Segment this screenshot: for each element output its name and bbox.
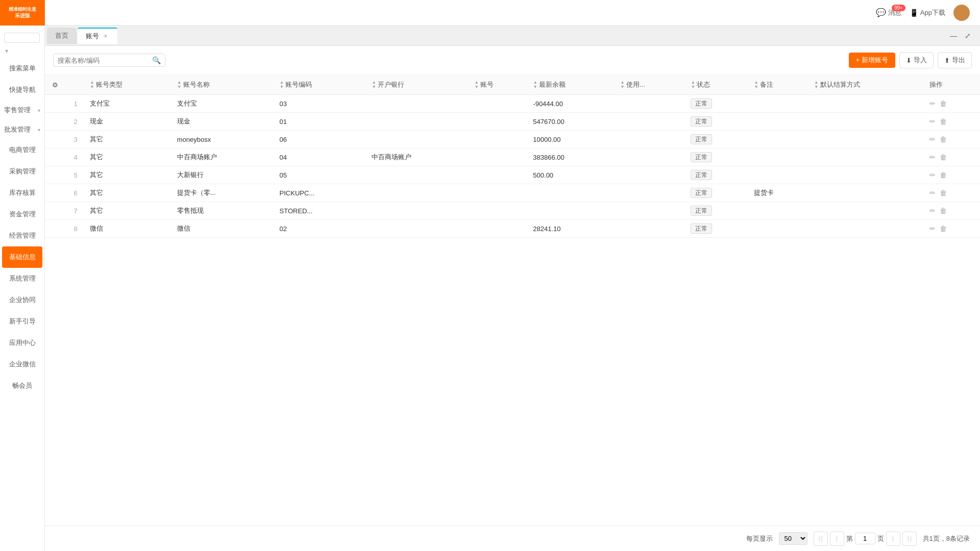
tab-minimize-button[interactable]: — (947, 30, 960, 42)
per-page-label: 每页显示 (746, 534, 773, 543)
col-bank[interactable]: ▲▼ 开户银行 (368, 75, 470, 95)
row-usage (616, 202, 687, 220)
topbar-messages[interactable]: 💬 消息 99+ (876, 8, 901, 17)
row-type: 其它 (86, 166, 173, 184)
row-actions: ✏ 🗑 (925, 148, 980, 166)
edit-icon[interactable]: ✏ (929, 135, 936, 143)
row-num: 6 (65, 184, 86, 202)
sidebar-item-retail[interactable]: 零售管理 ▾ (0, 101, 44, 120)
col-balance[interactable]: ▲▼ 最新余额 (529, 75, 616, 95)
row-account (470, 148, 529, 166)
row-usage (616, 166, 687, 184)
row-default-settle (810, 202, 925, 220)
sidebar-item-corp-wechat[interactable]: 企业微信 (0, 354, 44, 375)
sidebar-item-label: 资金管理 (9, 210, 36, 219)
search-box[interactable]: 🔍 (53, 54, 165, 67)
search-input[interactable] (58, 57, 149, 64)
row-status: 正常 (687, 95, 750, 113)
edit-icon[interactable]: ✏ (929, 99, 936, 108)
sidebar-item-app-center[interactable]: 应用中心 (0, 332, 44, 354)
row-actions: ✏ 🗑 (925, 131, 980, 148)
col-default-settle[interactable]: ▲▼ 默认结算方式 (810, 75, 925, 95)
col-name[interactable]: ▲▼ 账号名称 (173, 75, 276, 95)
col-usage[interactable]: ▲▼ 使用... (616, 75, 687, 95)
edit-icon[interactable]: ✏ (929, 224, 936, 233)
edit-icon[interactable]: ✏ (929, 117, 936, 126)
row-usage (616, 220, 687, 238)
sidebar-item-purchase[interactable]: 采购管理 (0, 161, 44, 182)
col-type[interactable]: ▲▼ 账号类型 (86, 75, 173, 95)
topbar-app-download[interactable]: 📱 App下载 (910, 8, 945, 17)
row-usage (616, 95, 687, 113)
sidebar-item-ecommerce[interactable]: 电商管理 (0, 139, 44, 161)
import-label: 导入 (914, 56, 927, 65)
col-account[interactable]: ▲▼ 账号 (470, 75, 529, 95)
add-account-button[interactable]: + 新增账号 (849, 53, 895, 68)
row-status: 正常 (687, 184, 750, 202)
col-code[interactable]: ▲▼ 账号编码 (276, 75, 368, 95)
row-name: 提货卡（零... (173, 184, 276, 202)
col-remark-label: 备注 (760, 80, 773, 89)
delete-icon[interactable]: 🗑 (940, 117, 947, 126)
row-balance: 383866.00 (529, 148, 616, 166)
sidebar-item-quick-nav[interactable]: 快捷导航 (0, 79, 44, 101)
page-label: 第 (846, 534, 853, 543)
sort-arrows-bank: ▲▼ (372, 80, 376, 89)
delete-icon[interactable]: 🗑 (940, 171, 947, 179)
table-container: ⚙ ▲▼ 账号类型 ▲▼ 账号名称 (45, 75, 980, 525)
col-status[interactable]: ▲▼ 状态 (687, 75, 750, 95)
delete-icon[interactable]: 🗑 (940, 99, 947, 108)
delete-icon[interactable]: 🗑 (940, 224, 947, 233)
sidebar-item-guide[interactable]: 新手引导 (0, 311, 44, 332)
sidebar-item-label: 畅会员 (12, 381, 32, 390)
sidebar-item-basic-info[interactable]: 基础信息 (2, 246, 42, 268)
edit-icon[interactable]: ✏ (929, 207, 936, 215)
sidebar: 精准细时生意 乐进版 ▾ 搜索菜单 快捷导航 零售管理 ▾ 批发管理 ▾ 电商管… (0, 0, 45, 551)
sidebar-item-finance[interactable]: 资金管理 (0, 204, 44, 225)
tab-account[interactable]: 账号 × (78, 28, 117, 44)
delete-icon[interactable]: 🗑 (940, 135, 947, 143)
add-account-label: + 新增账号 (856, 56, 888, 65)
row-status: 正常 (687, 166, 750, 184)
topbar-avatar[interactable] (953, 5, 970, 21)
row-code: PICKUPC... (276, 184, 368, 202)
sidebar-item-corp-collab[interactable]: 企业协同 (0, 289, 44, 311)
sidebar-item-label: 库存核算 (9, 188, 36, 197)
last-page-button[interactable]: ⟩⟩ (902, 532, 917, 546)
delete-icon[interactable]: 🗑 (940, 153, 947, 161)
prev-page-button[interactable]: ⟨ (830, 532, 844, 546)
per-page-select[interactable]: 50 20 100 (779, 532, 807, 545)
row-default-settle (810, 131, 925, 148)
col-remark[interactable]: ▲▼ 备注 (750, 75, 810, 95)
tab-account-close[interactable]: × (102, 33, 109, 40)
edit-icon[interactable]: ✏ (929, 153, 936, 161)
sidebar-item-search-menu[interactable]: 搜索菜单 (0, 58, 44, 79)
sidebar-item-wholesale[interactable]: 批发管理 ▾ (0, 120, 44, 139)
delete-icon[interactable]: 🗑 (940, 189, 947, 197)
row-default-settle (810, 113, 925, 131)
search-icon[interactable]: 🔍 (152, 56, 161, 64)
row-actions: ✏ 🗑 (925, 184, 980, 202)
import-button[interactable]: ⬇ 导入 (899, 52, 934, 68)
sort-arrows-code: ▲▼ (280, 80, 284, 89)
col-settings[interactable]: ⚙ (45, 75, 65, 95)
sidebar-item-operation[interactable]: 经营管理 (0, 225, 44, 246)
sidebar-item-vip[interactable]: 畅会员 (0, 375, 44, 396)
tab-maximize-button[interactable]: ⤢ (962, 30, 974, 42)
export-label: 导出 (952, 56, 965, 65)
row-remark (750, 95, 810, 113)
tab-home[interactable]: 首页 (47, 28, 77, 44)
sidebar-item-system[interactable]: 系统管理 (0, 268, 44, 289)
edit-icon[interactable]: ✏ (929, 189, 936, 197)
delete-icon[interactable]: 🗑 (940, 207, 947, 215)
row-remark (750, 220, 810, 238)
page-number-input[interactable] (855, 533, 875, 544)
sidebar-search-input[interactable] (4, 33, 40, 43)
export-button[interactable]: ⬆ 导出 (938, 52, 972, 68)
first-page-button[interactable]: ⟨⟨ (814, 532, 828, 546)
row-type: 其它 (86, 202, 173, 220)
row-settings (45, 166, 65, 184)
sidebar-item-inventory[interactable]: 库存核算 (0, 182, 44, 204)
edit-icon[interactable]: ✏ (929, 171, 936, 179)
next-page-button[interactable]: ⟩ (886, 532, 900, 546)
